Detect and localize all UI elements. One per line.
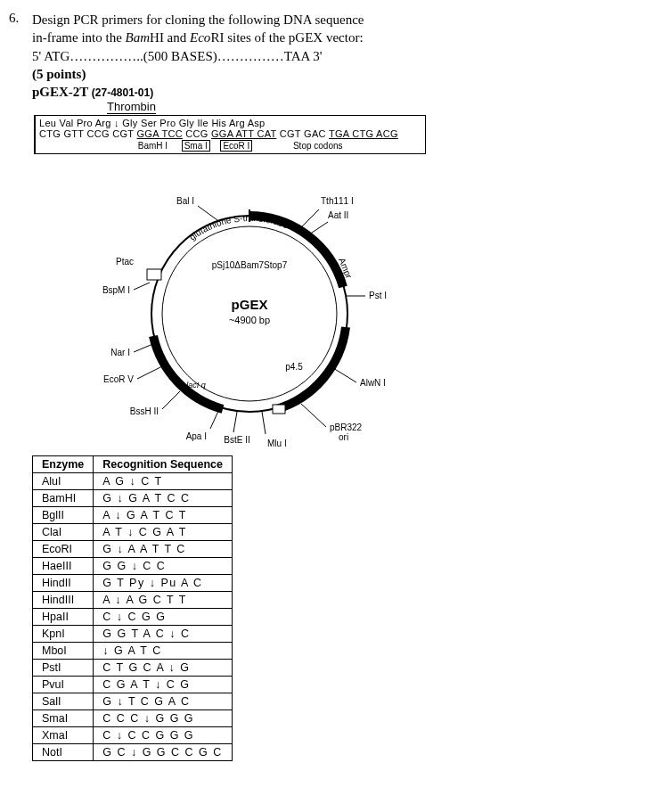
plasmid-svg: pGEX ~4900 bp pSj10ΔBam7Stop7 p4.5 lacI …	[45, 167, 454, 461]
table-row: NotIG C ↓ G G C C G C	[33, 744, 233, 761]
svg-line-9	[198, 206, 217, 220]
laciq-label: lacI q	[186, 381, 206, 390]
table-row: HindIIIA ↓ A G C T T	[33, 592, 233, 609]
dna-f: TGA CTG ACG	[329, 128, 398, 139]
q2e: RI sites of the pGEX vector:	[210, 30, 363, 45]
recognition-cell: G C ↓ G G C C G C	[94, 744, 233, 761]
table-row: BglIIA ↓ G A T C T	[33, 507, 233, 524]
question-block: 6. Design PCR primers for cloning the fo…	[9, 11, 638, 83]
q2d: Eco	[190, 30, 210, 45]
svg-line-16	[301, 404, 326, 427]
enzyme-cell: KpnI	[33, 626, 94, 643]
recognition-cell: A ↓ A G C T T	[94, 592, 233, 609]
plasmid-name: pGEX	[232, 297, 268, 312]
inner-label: pSj10ΔBam7Stop7	[212, 260, 288, 270]
q2a: in-frame into the	[32, 30, 126, 45]
table-row: HindIIG T Py ↓ Pu A C	[33, 575, 233, 592]
table-row: SalIG ↓ T C G A C	[33, 693, 233, 710]
ptac-label: Ptac	[116, 257, 134, 267]
alwn-label: AlwN I	[360, 378, 386, 388]
enzyme-cell: XmaI	[33, 727, 94, 744]
svg-line-8	[307, 222, 328, 236]
th-recognition: Recognition Sequence	[94, 456, 233, 473]
table-row: PvuIC G A T ↓ C G	[33, 677, 233, 693]
dna-e: CGT GAC	[276, 128, 329, 139]
ori-label: pBR322	[330, 422, 363, 432]
dna-b: GGA TCC	[137, 128, 183, 139]
vector-title-bold: GEX-2T	[39, 85, 88, 99]
enzyme-cell: ClaI	[33, 524, 94, 541]
recognition-cell: C T G C A ↓ G	[94, 660, 233, 677]
svg-line-12	[162, 391, 180, 409]
gst-label: glutathione S-transferase	[187, 213, 290, 242]
svg-rect-3	[147, 269, 161, 280]
svg-line-4	[134, 283, 150, 290]
th-enzyme: Enzyme	[33, 456, 94, 473]
site-bamhi: BamH I	[138, 141, 168, 151]
enzyme-cell: BglII	[33, 507, 94, 524]
recognition-cell: C ↓ C C G G G	[94, 727, 233, 744]
question-text: Design PCR primers for cloning the follo…	[32, 11, 364, 83]
enzyme-cell: MboI	[33, 643, 94, 660]
svg-line-6	[333, 368, 356, 382]
mcs-dna: CTG GTT CCG CGT GGA TCC CCG GGA ATT CAT …	[39, 128, 421, 139]
recognition-cell: G ↓ A A T T C	[94, 541, 233, 558]
q2b: Bam	[126, 30, 151, 45]
thrombin-label: Thrombin	[107, 100, 156, 114]
recognition-cell: C C C ↓ G G G	[94, 710, 233, 727]
stop-codons: Stop codons	[293, 141, 343, 151]
enzyme-table: Enzyme Recognition Sequence AluIA G ↓ C …	[32, 455, 233, 761]
mcs-sites: BamH I Sma I EcoR I Stop codons	[39, 140, 421, 152]
tth-label: Tth111 I	[321, 196, 354, 206]
table-row: XmaIC ↓ C C G G G	[33, 727, 233, 744]
mlu-label: Mlu I	[267, 439, 287, 448]
svg-line-11	[137, 366, 162, 379]
enzyme-cell: SalI	[33, 693, 94, 710]
enzyme-cell: EcoRI	[33, 541, 94, 558]
ecorv-label: EcoR V	[103, 374, 134, 384]
q2c: HI and	[150, 30, 190, 45]
recognition-cell: G G ↓ C C	[94, 558, 233, 575]
svg-rect-17	[273, 405, 285, 414]
vector-header: pGEX-2T (27-4801-01) Thrombin	[32, 85, 638, 113]
site-ecori: EcoR I	[220, 140, 252, 152]
recognition-cell: A G ↓ C T	[94, 473, 233, 490]
q-points: (5 points)	[32, 67, 86, 81]
enzyme-cell: HpaII	[33, 609, 94, 626]
ori-label2: ori	[339, 432, 348, 442]
table-row: PstIC T G C A ↓ G	[33, 660, 233, 677]
table-row: SmaIC C C ↓ G G G	[33, 710, 233, 727]
enzyme-cell: HindIII	[33, 592, 94, 609]
recognition-cell: A ↓ G A T C T	[94, 507, 233, 524]
table-row: BamHIG ↓ G A T C C	[33, 490, 233, 507]
svg-line-14	[233, 412, 237, 432]
svg-line-7	[299, 209, 319, 229]
plasmid-map: pGEX ~4900 bp pSj10ΔBam7Stop7 p4.5 lacI …	[45, 167, 638, 461]
svg-line-15	[262, 412, 266, 434]
site-smai: Sma I	[182, 140, 210, 152]
bste-label: BstE II	[224, 435, 249, 445]
table-row: ClaIA T ↓ C G A T	[33, 524, 233, 541]
recognition-cell: ↓ G A T C	[94, 643, 233, 660]
table-row: HaeIIIG G ↓ C C	[33, 558, 233, 575]
aat-label: Aat II	[328, 210, 348, 220]
recognition-cell: C ↓ C G G	[94, 609, 233, 626]
recognition-cell: G T Py ↓ Pu A C	[94, 575, 233, 592]
bspm-label: BspM I	[102, 285, 130, 295]
enzyme-table-wrap: Enzyme Recognition Sequence AluIA G ↓ C …	[32, 455, 638, 761]
table-row: KpnIG G T A C ↓ C	[33, 626, 233, 643]
p45-label: p4.5	[285, 362, 303, 372]
mcs-box: Leu Val Pro Arg ↓ Gly Ser Pro Gly Ile Hi…	[34, 115, 426, 154]
enzyme-cell: AluI	[33, 473, 94, 490]
enzyme-cell: NotI	[33, 744, 94, 761]
q-line1: Design PCR primers for cloning the follo…	[32, 12, 364, 27]
vector-cat: (27-4801-01)	[92, 86, 153, 99]
pst-label: Pst I	[369, 291, 387, 300]
mcs-aa: Leu Val Pro Arg ↓ Gly Ser Pro Gly Ile Hi…	[39, 118, 421, 128]
enzyme-cell: PvuI	[33, 677, 94, 693]
q-line3: 5' ATG……………..(500 BASES)……………TAA 3'	[32, 49, 322, 63]
enzyme-cell: HaeIII	[33, 558, 94, 575]
svg-point-1	[162, 226, 337, 401]
enzyme-cell: BamHI	[33, 490, 94, 507]
svg-line-10	[134, 343, 155, 352]
